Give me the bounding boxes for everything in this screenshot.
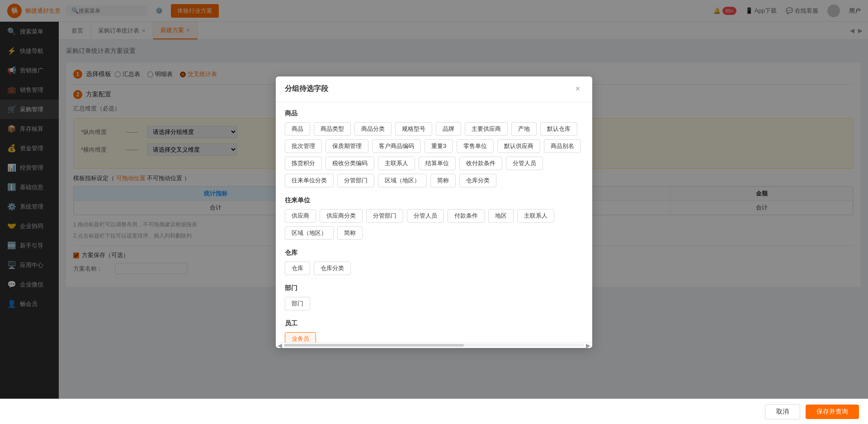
- field-tag[interactable]: 批次管理: [285, 139, 322, 153]
- field-tag[interactable]: 仓库分类: [314, 262, 351, 275]
- modal-overlay: 分组待选字段 × 商品 商品 商品类型 商品分类 规格型号 品牌 主要供应商 产…: [0, 0, 868, 424]
- field-tag[interactable]: 拣货积分: [285, 157, 322, 170]
- section-product-tags: 商品 商品类型 商品分类 规格型号 品牌 主要供应商 产地 默认仓库 批次管理 …: [285, 122, 583, 187]
- field-tag[interactable]: 规格型号: [395, 122, 432, 136]
- section-department-tags: 部门: [285, 297, 583, 310]
- field-tag[interactable]: 区域（地区）: [378, 174, 427, 187]
- field-tag[interactable]: 商品分类: [354, 122, 392, 136]
- field-tag[interactable]: 供应商分类: [320, 209, 363, 223]
- field-tag[interactable]: 收付款条件: [459, 157, 502, 170]
- field-tag[interactable]: 税收分类编码: [326, 157, 374, 170]
- field-tag[interactable]: 分管人员: [407, 209, 444, 223]
- field-tag[interactable]: 往来单位分类: [285, 174, 334, 187]
- field-tag[interactable]: 简称: [337, 226, 363, 240]
- field-tag[interactable]: 仓库分类: [459, 174, 496, 187]
- scroll-thumb[interactable]: [284, 344, 464, 347]
- section-product: 商品 商品 商品类型 商品分类 规格型号 品牌 主要供应商 产地 默认仓库 批次…: [285, 110, 583, 187]
- bottom-bar: 取消 保存并查询: [0, 399, 868, 424]
- field-tag[interactable]: 供应商: [285, 209, 316, 223]
- field-tag[interactable]: 默认仓库: [540, 122, 577, 136]
- field-tag[interactable]: 分管部门: [337, 174, 374, 187]
- scroll-right-arrow[interactable]: ▶: [586, 342, 590, 349]
- field-tag[interactable]: 零售单位: [457, 139, 494, 153]
- section-employee: 员工 业务员: [285, 319, 583, 343]
- section-employee-tags: 业务员: [285, 332, 583, 343]
- field-tag[interactable]: 付款条件: [448, 209, 485, 223]
- field-tag[interactable]: 保质期管理: [326, 139, 368, 153]
- field-tag[interactable]: 简称: [430, 174, 456, 187]
- confirm-button[interactable]: 保存并查询: [806, 405, 859, 419]
- modal-header: 分组待选字段 ×: [276, 76, 592, 102]
- field-tag[interactable]: 部门: [285, 297, 310, 310]
- section-warehouse: 仓库 仓库 仓库分类: [285, 249, 583, 275]
- field-tag[interactable]: 产地: [511, 122, 537, 136]
- section-product-title: 商品: [285, 110, 583, 118]
- section-department-title: 部门: [285, 284, 583, 292]
- field-tag[interactable]: 客户商品编码: [372, 139, 421, 153]
- field-tag[interactable]: 主要供应商: [465, 122, 508, 136]
- field-tag[interactable]: 商品类型: [314, 122, 351, 136]
- field-tag[interactable]: 重量3: [425, 139, 453, 153]
- field-tag[interactable]: 分管部门: [366, 209, 403, 223]
- field-tag[interactable]: 分管人员: [506, 157, 543, 170]
- scroll-left-arrow[interactable]: ◀: [278, 342, 282, 349]
- field-select-modal: 分组待选字段 × 商品 商品 商品类型 商品分类 规格型号 品牌 主要供应商 产…: [276, 76, 592, 348]
- section-warehouse-title: 仓库: [285, 249, 583, 257]
- modal-body: 商品 商品 商品类型 商品分类 规格型号 品牌 主要供应商 产地 默认仓库 批次…: [276, 102, 592, 343]
- modal-title: 分组待选字段: [285, 84, 328, 94]
- field-tag[interactable]: 商品别名: [544, 139, 581, 153]
- cancel-button[interactable]: 取消: [765, 404, 800, 419]
- field-tag[interactable]: 仓库: [285, 262, 310, 275]
- field-tag-employee[interactable]: 业务员: [285, 332, 316, 343]
- section-department: 部门 部门: [285, 284, 583, 310]
- field-tag[interactable]: 区域（地区）: [285, 226, 334, 240]
- modal-close-button[interactable]: ×: [572, 84, 583, 95]
- field-tag[interactable]: 默认供应商: [497, 139, 540, 153]
- scroll-track: [284, 344, 584, 347]
- section-partner: 往来单位 供应商 供应商分类 分管部门 分管人员 付款条件 地区 主联系人 区域…: [285, 196, 583, 240]
- field-tag[interactable]: 主联系人: [378, 157, 415, 170]
- field-tag[interactable]: 商品: [285, 122, 310, 136]
- section-employee-title: 员工: [285, 319, 583, 328]
- field-tag[interactable]: 地区: [488, 209, 514, 223]
- section-warehouse-tags: 仓库 仓库分类: [285, 262, 583, 275]
- modal-horizontal-scrollbar[interactable]: ◀ ▶: [276, 343, 592, 348]
- section-partner-title: 往来单位: [285, 196, 583, 205]
- field-tag[interactable]: 品牌: [436, 122, 461, 136]
- section-partner-tags: 供应商 供应商分类 分管部门 分管人员 付款条件 地区 主联系人 区域（地区） …: [285, 209, 583, 240]
- field-tag[interactable]: 主联系人: [517, 209, 554, 223]
- field-tag[interactable]: 结算单位: [419, 157, 456, 170]
